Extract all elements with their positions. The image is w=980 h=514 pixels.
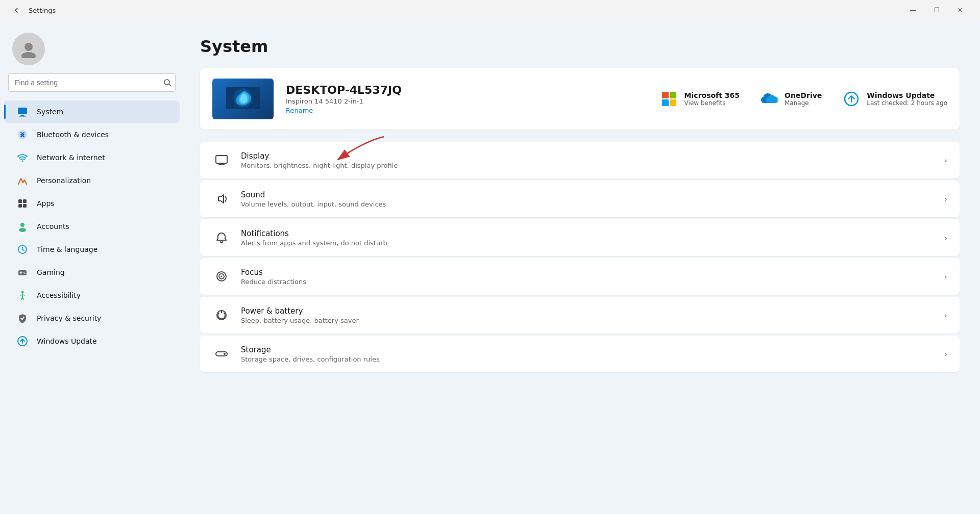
bluetooth-icon — [16, 128, 29, 141]
sidebar-item-label-accessibility: Accessibility — [37, 291, 81, 299]
setting-notifications[interactable]: Notifications Alerts from apps and syste… — [200, 219, 960, 256]
gaming-icon — [16, 266, 29, 278]
setting-notifications-text: Notifications Alerts from apps and syste… — [241, 229, 934, 247]
maximize-button[interactable]: ❐ — [925, 2, 948, 18]
storage-icon — [212, 345, 231, 363]
service-ms365-sub: View benefits — [684, 99, 740, 107]
setting-display[interactable]: Display Monitors, brightness, night ligh… — [200, 142, 960, 178]
window-controls: — ❐ ✕ — [901, 2, 972, 18]
device-rename-link[interactable]: Rename — [286, 107, 313, 114]
app-title: Settings — [29, 7, 56, 14]
accessibility-icon — [16, 289, 29, 301]
sidebar-user — [0, 20, 184, 73]
device-thumbnail — [212, 79, 274, 119]
setting-sound-title: Sound — [241, 190, 934, 199]
sidebar-item-personalization[interactable]: Personalization — [4, 169, 180, 192]
svg-rect-10 — [23, 199, 27, 203]
sidebar-item-windowsupdate[interactable]: Windows Update — [4, 330, 180, 352]
avatar[interactable] — [12, 33, 45, 65]
setting-storage-title: Storage — [241, 345, 934, 354]
service-ms365-name: Microsoft 365 — [684, 91, 740, 99]
svg-rect-26 — [670, 92, 676, 98]
service-onedrive-sub: Manage — [785, 99, 822, 107]
minimize-button[interactable]: — — [901, 2, 925, 18]
svg-marker-34 — [218, 195, 224, 203]
sidebar-item-bluetooth[interactable]: Bluetooth & devices — [4, 123, 180, 146]
service-ms365[interactable]: Microsoft 365 View benefits — [660, 90, 740, 108]
search-input[interactable] — [8, 73, 176, 92]
sidebar-item-label-accounts: Accounts — [37, 222, 69, 230]
setting-sound[interactable]: Sound Volume levels, output, input, soun… — [200, 181, 960, 217]
setting-storage-text: Storage Storage space, drives, configura… — [241, 345, 934, 363]
winupdate-icon — [842, 90, 861, 108]
sidebar-item-label-personalization: Personalization — [37, 176, 91, 185]
main-content: System DESKTOP-4L537JQ Inspiron 14 5410 … — [184, 20, 980, 514]
power-icon — [212, 306, 231, 324]
svg-point-41 — [224, 353, 226, 355]
personalization-icon — [16, 174, 29, 187]
sound-icon — [212, 190, 231, 208]
setting-notifications-desc: Alerts from apps and system, do not dist… — [241, 239, 934, 247]
service-winupdate-name: Windows Update — [867, 91, 947, 99]
setting-display-text: Display Monitors, brightness, night ligh… — [241, 151, 934, 169]
svg-rect-5 — [20, 115, 24, 116]
sidebar-item-label-windowsupdate: Windows Update — [37, 337, 97, 345]
notifications-icon — [212, 228, 231, 247]
svg-line-3 — [169, 84, 171, 86]
setting-storage-desc: Storage space, drives, configuration rul… — [241, 355, 934, 363]
back-button[interactable] — [8, 2, 24, 18]
setting-focus-text: Focus Reduce distractions — [241, 268, 934, 286]
svg-point-13 — [20, 223, 24, 227]
device-name: DESKTOP-4L537JQ — [286, 84, 648, 96]
service-onedrive[interactable]: OneDrive Manage — [760, 90, 822, 108]
sidebar-item-privacy[interactable]: Privacy & security — [4, 307, 180, 329]
device-model: Inspiron 14 5410 2-in-1 — [286, 97, 648, 105]
svg-rect-27 — [662, 99, 669, 106]
svg-rect-31 — [216, 156, 227, 163]
service-winupdate[interactable]: Windows Update Last checked: 2 hours ago — [842, 90, 947, 108]
setting-focus[interactable]: Focus Reduce distractions › — [200, 258, 960, 295]
power-chevron-icon: › — [944, 311, 947, 320]
sidebar-item-time[interactable]: Time & language — [4, 238, 180, 261]
setting-display-title: Display — [241, 151, 934, 161]
windowsupdate-icon — [16, 335, 29, 347]
sidebar-item-accounts[interactable]: Accounts — [4, 215, 180, 238]
notifications-chevron-icon: › — [944, 233, 947, 243]
search-icon-button[interactable] — [163, 79, 172, 87]
setting-focus-title: Focus — [241, 268, 934, 277]
sidebar-item-label-time: Time & language — [37, 245, 97, 253]
accounts-icon — [16, 220, 29, 233]
close-button[interactable]: ✕ — [948, 2, 972, 18]
time-icon — [16, 243, 29, 255]
privacy-icon — [16, 312, 29, 324]
svg-rect-12 — [23, 204, 27, 208]
service-onedrive-text: OneDrive Manage — [785, 91, 822, 107]
setting-focus-desc: Reduce distractions — [241, 278, 934, 286]
setting-power-desc: Sleep, battery usage, battery saver — [241, 317, 934, 324]
page-title: System — [200, 37, 960, 56]
titlebar: Settings — ❐ ✕ — [0, 0, 980, 20]
device-info: DESKTOP-4L537JQ Inspiron 14 5410 2-in-1 … — [286, 84, 648, 115]
sidebar-search-container — [8, 73, 176, 92]
sidebar-item-apps[interactable]: Apps — [4, 192, 180, 215]
svg-point-0 — [24, 43, 33, 51]
sidebar-item-gaming[interactable]: Gaming — [4, 261, 180, 284]
sidebar-item-system[interactable]: System — [4, 100, 180, 123]
sidebar-item-accessibility[interactable]: Accessibility — [4, 284, 180, 306]
svg-point-1 — [21, 52, 36, 58]
sidebar: System Bluetooth & devices — [0, 20, 184, 514]
display-chevron-icon: › — [944, 156, 947, 165]
sidebar-item-label-privacy: Privacy & security — [37, 314, 101, 322]
sidebar-item-label-bluetooth: Bluetooth & devices — [37, 131, 109, 139]
device-card: DESKTOP-4L537JQ Inspiron 14 5410 2-in-1 … — [200, 68, 960, 130]
sidebar-item-network[interactable]: Network & internet — [4, 146, 180, 169]
setting-storage[interactable]: Storage Storage space, drives, configura… — [200, 336, 960, 372]
svg-rect-11 — [18, 204, 22, 208]
setting-power[interactable]: Power & battery Sleep, battery usage, ba… — [200, 297, 960, 333]
ms365-icon — [660, 90, 678, 108]
app-body: System Bluetooth & devices — [0, 20, 980, 514]
settings-list: Display Monitors, brightness, night ligh… — [200, 142, 960, 372]
svg-rect-6 — [19, 116, 26, 117]
svg-point-19 — [23, 272, 24, 273]
svg-point-21 — [21, 291, 24, 294]
